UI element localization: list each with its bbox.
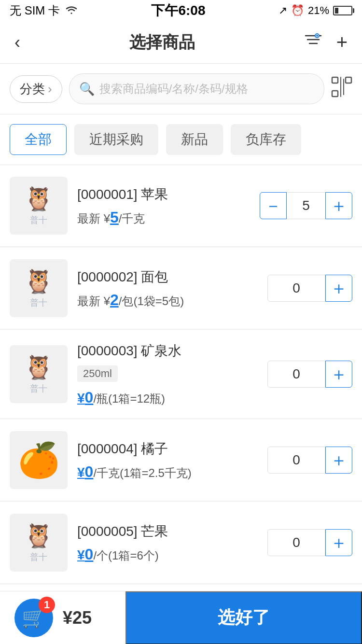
increase-button[interactable]: ＋ [325, 275, 352, 302]
product-price: ¥0/瓶(1箱=12瓶) [77, 389, 258, 406]
tab-all[interactable]: 全部 [10, 124, 67, 155]
category-chevron: › [48, 82, 52, 97]
cart-section: 🛒 1 ¥25 [0, 599, 125, 637]
price-currency: ¥ [77, 391, 85, 406]
product-image-0000002: 🦉 普十 [10, 259, 68, 317]
product-list: 🦉 普十 [0000001] 苹果 最新 ¥5/千克 － ＋ 🦉 普十 [000… [0, 165, 362, 644]
list-item: 🍊 [0000004] 橘子 ¥0/千克(1箱=2.5千克) 0 ＋ [0, 420, 362, 501]
product-info-0000004: [0000004] 橘子 ¥0/千克(1箱=2.5千克) [77, 440, 258, 481]
owl-icon: 🦉 [24, 522, 53, 549]
location-icon: ↗ [278, 4, 287, 17]
price-value: 0 [85, 463, 94, 480]
add-button[interactable]: + [336, 31, 348, 53]
product-name: [0000004] 橘子 [77, 440, 258, 458]
status-left: 无 SIM 卡 [10, 3, 78, 18]
price-value: 2 [110, 291, 119, 308]
tab-new[interactable]: 新品 [166, 124, 223, 155]
placeholder-owl: 🦉 普十 [24, 268, 53, 308]
quantity-display: 0 [267, 275, 325, 302]
svg-point-4 [316, 35, 318, 37]
placeholder-owl: 🦉 普十 [24, 185, 53, 226]
tab-bar: 全部 近期采购 新品 负库存 [0, 114, 362, 165]
brand-text: 普十 [30, 383, 47, 394]
tab-negative[interactable]: 负库存 [231, 124, 301, 155]
product-price: ¥0/千克(1箱=2.5千克) [77, 463, 258, 481]
increase-button[interactable]: ＋ [325, 529, 352, 556]
svg-rect-5 [332, 77, 338, 83]
list-item: 🦉 普十 [0000003] 矿泉水 250ml ¥0/瓶(1箱=12瓶) 0 … [0, 330, 362, 419]
brand-text: 普十 [30, 551, 47, 563]
list-item: 🦉 普十 [0000001] 苹果 最新 ¥5/千克 － ＋ [0, 165, 362, 247]
price-value: 0 [85, 546, 94, 563]
product-price: 最新 ¥5/千克 [77, 209, 250, 226]
filter-bar: 分类 › 🔍 搜索商品编码/名称/条码/规格 [0, 64, 362, 114]
battery-icon [333, 6, 352, 15]
price-value: 0 [85, 389, 94, 406]
filter-icon[interactable] [305, 33, 322, 52]
product-info-0000001: [0000001] 苹果 最新 ¥5/千克 [77, 185, 250, 226]
quantity-control-0000002: 0 ＋ [267, 275, 352, 302]
product-info-0000005: [0000005] 芒果 ¥0/个(1箱=6个) [77, 522, 258, 563]
quantity-display: 0 [267, 447, 325, 474]
carrier-text: 无 SIM 卡 [10, 3, 60, 18]
nav-actions: + [305, 31, 348, 53]
quantity-input[interactable] [287, 192, 325, 219]
product-image-0000005: 🦉 普十 [10, 514, 68, 572]
search-box[interactable]: 🔍 搜索商品编码/名称/条码/规格 [69, 73, 324, 104]
product-name: [0000005] 芒果 [77, 522, 258, 541]
battery-percent: 21% [308, 4, 329, 17]
list-item: 🦉 普十 [0000002] 面包 最新 ¥2/包(1袋=5包) 0 ＋ [0, 248, 362, 329]
increase-button[interactable]: ＋ [325, 361, 352, 388]
back-button[interactable]: ‹ [14, 32, 20, 53]
product-price: ¥0/个(1箱=6个) [77, 546, 258, 563]
tab-recent[interactable]: 近期采购 [74, 124, 158, 155]
placeholder-owl: 🦉 普十 [24, 354, 53, 394]
status-bar: 无 SIM 卡 下午6:08 ↗ ⏰ 21% [0, 0, 362, 21]
bottom-bar: 🛒 1 ¥25 选好了 [0, 591, 362, 644]
category-label: 分类 [20, 81, 45, 98]
spec-tag: 250ml [77, 365, 118, 382]
svg-rect-7 [332, 91, 338, 97]
increase-button[interactable]: ＋ [325, 447, 352, 474]
increase-button[interactable]: ＋ [325, 192, 352, 219]
confirm-button[interactable]: 选好了 [125, 591, 362, 644]
cart-total: ¥25 [63, 608, 92, 628]
product-image-0000001: 🦉 普十 [10, 177, 68, 235]
product-price: 最新 ¥2/包(1袋=5包) [77, 291, 258, 309]
search-icon: 🔍 [79, 82, 95, 97]
quantity-control-0000005: 0 ＋ [267, 529, 352, 556]
status-right: ↗ ⏰ 21% [278, 4, 352, 17]
quantity-control-0000001: － ＋ [260, 192, 352, 219]
quantity-display: 0 [267, 529, 325, 556]
price-unit: /瓶(1箱=12瓶) [93, 392, 165, 405]
product-name: [0000003] 矿泉水 [77, 342, 258, 360]
wifi-icon [65, 4, 78, 17]
cart-icon-button[interactable]: 🛒 1 [14, 599, 53, 637]
list-item: 🦉 普十 [0000005] 芒果 ¥0/个(1箱=6个) 0 ＋ [0, 502, 362, 584]
product-image-0000004: 🍊 [10, 431, 68, 489]
owl-icon: 🦉 [24, 354, 53, 381]
product-name: [0000002] 面包 [77, 268, 258, 286]
decrease-button[interactable]: － [260, 192, 287, 219]
category-button[interactable]: 分类 › [10, 75, 62, 103]
price-label: 最新 ¥ [77, 294, 110, 308]
status-time: 下午6:08 [151, 1, 205, 20]
product-name: [0000001] 苹果 [77, 185, 250, 204]
cart-badge: 1 [39, 597, 55, 613]
placeholder-owl: 🦉 普十 [24, 522, 53, 563]
product-image-0000003: 🦉 普十 [10, 345, 68, 403]
price-label: 最新 ¥ [77, 212, 110, 225]
quantity-display: 0 [267, 361, 325, 388]
price-unit: /个(1箱=6个) [93, 549, 158, 562]
price-value: 5 [110, 209, 119, 226]
svg-rect-6 [346, 77, 351, 83]
brand-text: 普十 [30, 297, 47, 308]
scan-icon[interactable] [331, 76, 352, 102]
nav-bar: ‹ 选择商品 + [0, 21, 362, 64]
quantity-control-0000004: 0 ＋ [267, 447, 352, 474]
brand-text: 普十 [30, 214, 47, 226]
page-title: 选择商品 [129, 31, 195, 54]
price-unit: /包(1袋=5包) [119, 294, 184, 308]
price-unit: /千克(1箱=2.5千克) [93, 466, 191, 479]
product-info-0000002: [0000002] 面包 最新 ¥2/包(1袋=5包) [77, 268, 258, 309]
